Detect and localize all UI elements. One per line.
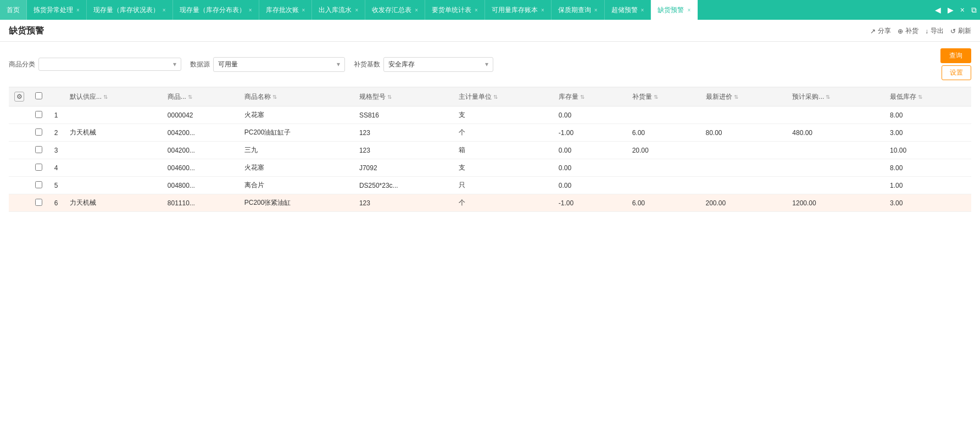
row-checkbox-5[interactable]	[30, 194, 48, 212]
tab-scroll-left[interactable]: ◀	[932, 0, 944, 20]
refresh-button[interactable]: ↺ 刷新	[950, 26, 971, 36]
tab-close-icon[interactable]: ×	[475, 7, 478, 13]
sort-icon-unit: ⇅	[493, 94, 498, 100]
tab-label: 出入库流水	[319, 5, 352, 15]
cell-supplier-0	[64, 107, 162, 124]
select-all-checkbox[interactable]	[35, 92, 42, 99]
tab-item-10[interactable]: 超储预警×	[605, 0, 652, 20]
cell-stock-1: -1.00	[553, 124, 627, 142]
col-header-supplier[interactable]: 默认供应...⇅	[64, 87, 162, 107]
tab-label: 拣货异常处理	[34, 5, 73, 15]
tab-item-6[interactable]: 收发存汇总表×	[365, 0, 425, 20]
col-header-goods_name[interactable]: 商品名称⇅	[239, 87, 354, 107]
table-row[interactable]: 6力天机械801110...PC200张紧油缸123个-1.006.00200.…	[9, 194, 971, 212]
export-icon: ↓	[925, 27, 928, 35]
col-header-spec[interactable]: 规格型号⇅	[354, 87, 453, 107]
row-index-1: 2	[48, 124, 64, 142]
table-row[interactable]: 4004600...火花塞J7092支0.008.00	[9, 159, 971, 177]
replenish-button[interactable]: ⊕ 补货	[898, 26, 918, 36]
col-label-min_stock: 最低库存	[890, 93, 916, 100]
datasource-select[interactable]: 可用量 ▾	[213, 57, 345, 72]
table-container: ⚙默认供应...⇅商品...⇅商品名称⇅规格型号⇅主计量单位⇅库存量⇅补货量⇅最…	[0, 87, 980, 212]
cell-goods_code-1: 004200...	[162, 124, 239, 142]
row-checkbox-3[interactable]	[30, 159, 48, 177]
table-row[interactable]: 10000042火花塞SS816支0.008.00	[9, 107, 971, 124]
tab-scroll-right[interactable]: ▶	[944, 0, 957, 20]
page-header: 缺货预警 ↗ 分享 ⊕ 补货 ↓ 导出 ↺ 刷新	[0, 20, 980, 42]
refresh-icon: ↺	[950, 27, 956, 35]
col-header-unit[interactable]: 主计量单位⇅	[453, 87, 553, 107]
sort-icon-spec: ⇅	[387, 94, 392, 100]
tab-item-11[interactable]: 缺货预警×	[651, 0, 698, 20]
tab-close-icon[interactable]: ×	[415, 7, 418, 13]
sort-icon-supplier: ⇅	[103, 94, 108, 100]
tab-close-icon[interactable]: ×	[355, 7, 358, 13]
col-header-goods_code[interactable]: 商品...⇅	[162, 87, 239, 107]
cell-spec-4: DS250*23c...	[354, 177, 453, 194]
row-checkbox-4[interactable]	[30, 177, 48, 194]
tab-item-1[interactable]: 拣货异常处理×	[27, 0, 87, 20]
refresh-label: 刷新	[958, 26, 971, 36]
tab-close-icon[interactable]: ×	[687, 7, 691, 13]
cell-supplier-3	[64, 159, 162, 177]
col-header-index	[48, 87, 64, 107]
row-checkbox-1[interactable]	[30, 124, 48, 142]
datasource-label: 数据源	[190, 60, 210, 69]
replenish-basis-arrow-icon: ▾	[485, 60, 488, 68]
tab-item-2[interactable]: 现存量（库存状况表）×	[87, 0, 173, 20]
query-button[interactable]: 查询	[940, 48, 971, 63]
tab-close-all[interactable]: ×	[957, 0, 968, 20]
row-check[interactable]	[35, 181, 42, 188]
tab-close-icon[interactable]: ×	[594, 7, 598, 13]
settings-button[interactable]: 设置	[942, 65, 971, 80]
row-index-4: 5	[48, 177, 64, 194]
row-check[interactable]	[35, 164, 42, 171]
tab-item-7[interactable]: 要货单统计表×	[425, 0, 485, 20]
tab-item-5[interactable]: 出入库流水×	[312, 0, 365, 20]
row-check[interactable]	[35, 146, 42, 153]
table-settings-icon[interactable]: ⚙	[14, 92, 24, 102]
tabs-container: 首页拣货异常处理×现存量（库存状况表）×现存量（库存分布表）×库存批次账×出入库…	[0, 0, 698, 20]
cell-unit-4: 只	[453, 177, 553, 194]
table-row[interactable]: 5004800...离合片DS250*23c...只0.001.00	[9, 177, 971, 194]
cell-replenish-2: 20.00	[627, 142, 700, 159]
tab-close-icon[interactable]: ×	[641, 7, 644, 13]
tab-item-8[interactable]: 可用量库存账本×	[485, 0, 552, 20]
row-checkbox-0[interactable]	[30, 107, 48, 124]
col-header-estimated_purchase[interactable]: 预计采购...⇅	[787, 87, 884, 107]
replenish-basis-select[interactable]: 安全库存 ▾	[383, 57, 493, 72]
row-check[interactable]	[35, 111, 42, 118]
row-check[interactable]	[35, 128, 42, 136]
export-button[interactable]: ↓ 导出	[925, 26, 944, 36]
tab-close-icon[interactable]: ×	[163, 7, 166, 13]
table-row[interactable]: 3004200...三九123箱0.0020.0010.00	[9, 142, 971, 159]
col-header-latest_price[interactable]: 最新进价⇅	[700, 87, 787, 107]
tab-close-icon[interactable]: ×	[76, 7, 80, 13]
cell-unit-5: 个	[453, 194, 553, 212]
col-header-replenish[interactable]: 补货量⇅	[627, 87, 700, 107]
tab-close-icon[interactable]: ×	[249, 7, 252, 13]
tab-close-icon[interactable]: ×	[541, 7, 544, 13]
tab-maximize[interactable]: ⧉	[968, 0, 980, 20]
col-label-replenish: 补货量	[632, 93, 652, 100]
tab-item-0[interactable]: 首页	[0, 0, 27, 20]
tab-item-9[interactable]: 保质期查询×	[552, 0, 605, 20]
datasource-value: 可用量	[218, 60, 238, 69]
tab-close-icon[interactable]: ×	[302, 7, 305, 13]
cell-unit-1: 个	[453, 124, 553, 142]
row-checkbox-2[interactable]	[30, 142, 48, 159]
sort-icon-goods_name: ⇅	[272, 94, 277, 100]
tab-label: 可用量库存账本	[492, 5, 538, 15]
cell-stock-2: 0.00	[553, 142, 627, 159]
row-check[interactable]	[35, 199, 42, 206]
cell-stock-4: 0.00	[553, 177, 627, 194]
tab-label: 超储预警	[611, 5, 638, 15]
category-select[interactable]: ▾	[38, 58, 181, 71]
tab-item-4[interactable]: 库存批次账×	[259, 0, 313, 20]
col-header-min_stock[interactable]: 最低库存⇅	[884, 87, 971, 107]
cell-replenish-5: 6.00	[627, 194, 700, 212]
col-header-stock[interactable]: 库存量⇅	[553, 87, 627, 107]
share-button[interactable]: ↗ 分享	[870, 26, 891, 36]
table-row[interactable]: 2力天机械004200...PC200油缸缸子123个-1.006.0080.0…	[9, 124, 971, 142]
tab-item-3[interactable]: 现存量（库存分布表）×	[173, 0, 259, 20]
